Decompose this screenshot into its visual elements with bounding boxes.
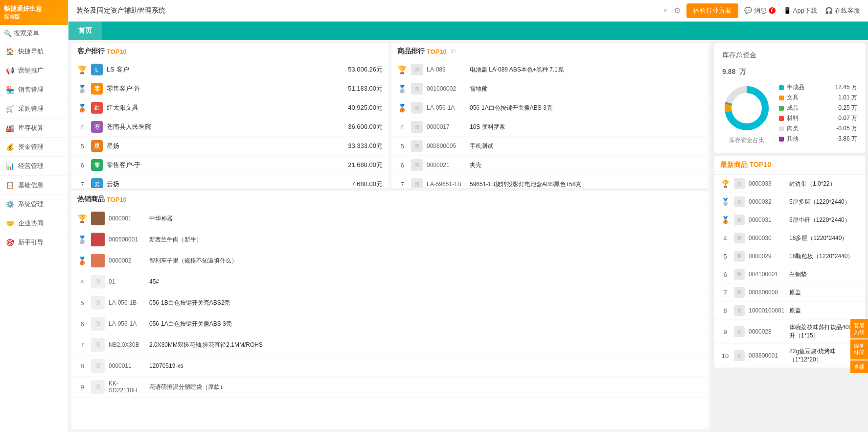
hot-name-9: 花语萌恒温分體睡袋（厚款）: [149, 383, 703, 391]
hot-row-2: 🥈 000500001 新西兰牛肉（新牛）: [71, 229, 708, 250]
prod-name-2: 雪地靴: [470, 85, 703, 93]
customer-name-7: 云扬: [107, 180, 347, 188]
customer-rank-row-3: 🥉 红 红太阳文具 40,925.00元: [71, 98, 388, 118]
customer-name-2: 零售客户-许: [107, 84, 344, 93]
hot-rank-5: 5: [77, 299, 87, 307]
prod-name-6: 夹壳: [470, 161, 703, 169]
experience-btn[interactable]: 体验行业方案: [686, 3, 738, 18]
legend-item-0: 半成品 12.45 万: [779, 83, 857, 92]
tab-home[interactable]: 首页: [69, 22, 102, 40]
np-name-4: 18多层（1220*2440）: [789, 234, 859, 242]
sidebar-item-guide[interactable]: 🎯 新手引导: [0, 233, 68, 252]
customer-top10-badge: TOP10: [107, 48, 127, 55]
prod-name-4: 10S 变料罗浆: [470, 123, 703, 131]
float-service: 客服热线 服务社区 直播: [850, 319, 868, 373]
messages-action[interactable]: 💬 消息 6: [744, 6, 776, 15]
customer-amount-2: 51,183.00元: [348, 84, 383, 93]
prod-rank-7: 7: [397, 181, 407, 188]
hot-row-8: 8 图 0000011 12070519-xs: [71, 356, 708, 377]
dropdown-arrow-icon[interactable]: ▼: [662, 7, 668, 14]
float-btn-live[interactable]: 直播: [850, 360, 868, 373]
sidebar-item-quick-nav[interactable]: 🏠 快捷导航: [0, 42, 68, 61]
legend-value-2: 0.25 万: [838, 104, 857, 112]
customer-ranking-panel: 客户排行 TOP10 🏆 L LS 客户 53,006.26元 🥈 零 零售客户…: [71, 43, 388, 188]
customer-avatar-5: 星: [91, 140, 103, 152]
customer-amount-1: 53,006.26元: [348, 65, 383, 74]
hot-img-8: 图: [91, 359, 105, 373]
topbar: 装备及固定资产辅助管理系统 ▼ ⚙ 体验行业方案 💬 消息 6 📱 App下载 …: [69, 0, 868, 22]
customer-rank-row-5: 5 星 星扬 33,333.00元: [71, 137, 388, 156]
hot-row-4: 4 图 01 45#: [71, 271, 708, 292]
product-row-2: 🥈 图 001000002 雪地靴: [391, 79, 708, 98]
sidebar-item-operations[interactable]: 📊 经营管理: [0, 157, 68, 176]
sidebar-item-label: 资金管理: [18, 143, 44, 151]
customer-name-4: 苍南县人民医院: [107, 122, 344, 131]
hot-img-2: [91, 233, 105, 246]
donut-chart-svg: [722, 84, 771, 133]
np-code-7: 000800008: [749, 289, 785, 296]
sidebar-item-marketing[interactable]: 📢 营销推广: [0, 61, 68, 80]
sidebar-item-inventory[interactable]: 🏭 库存核算: [0, 119, 68, 138]
nav-tabs: 首页: [69, 22, 868, 40]
inventory-unit: 万: [739, 68, 746, 75]
guide-icon: 🎯: [6, 239, 14, 246]
headset-icon: 🎧: [825, 7, 833, 14]
legend-item-1: 文具 1.01 万: [779, 94, 857, 102]
float-btn-community[interactable]: 服务社区: [850, 339, 868, 360]
np-row-6: 6 图 004100001 白钢垫: [714, 265, 865, 284]
message-icon: 💬: [744, 7, 752, 14]
hot-trophy-2: 🥈: [77, 235, 87, 244]
np-name-1: 封边带（1.0*22）: [789, 180, 859, 188]
sidebar-item-sales[interactable]: 🏪 销售管理: [0, 80, 68, 99]
np-name-6: 白钢垫: [789, 270, 859, 279]
sidebar-item-cooperation[interactable]: 🤝 企业协同: [0, 214, 68, 233]
sidebar-item-purchase[interactable]: 🛒 采购管理: [0, 99, 68, 119]
product-top10-badge: TOP10: [427, 48, 447, 55]
np-name-10: 22g鱼豆腐·烧烤味（1*12*20）: [789, 347, 859, 364]
hot-rank-6: 6: [77, 320, 87, 328]
legend-dot-0: [779, 85, 784, 90]
messages-label: 消息: [754, 6, 767, 15]
sidebar-item-basics[interactable]: 📋 基础信息: [0, 176, 68, 195]
legend-name-3: 材料: [787, 114, 835, 122]
np-row-4: 4 图 0000030 18多层（1220*2440）: [714, 229, 865, 247]
online-service-action[interactable]: 🎧 在线客服: [825, 6, 860, 15]
np-code-1: 0000033: [749, 180, 785, 187]
app-download-action[interactable]: 📱 App下载: [783, 6, 817, 15]
product-row-3: 🥉 图 LA-056-1A 056-1A白色按键开关盖ABS 3克: [391, 98, 708, 118]
inventory-title: 库存总资金: [722, 51, 857, 60]
product-tab-indicator: 2↑: [451, 48, 457, 55]
sidebar-item-label: 采购管理: [18, 104, 44, 113]
rank-num-4: 4: [77, 123, 87, 131]
sidebar-item-system[interactable]: ⚙️ 系统管理: [0, 195, 68, 214]
prod-img-2: 图: [411, 83, 423, 95]
legend-name-1: 文具: [787, 94, 835, 102]
float-btn-service[interactable]: 客服热线: [850, 319, 868, 339]
hot-row-1: 🏆 0000001 中华神器: [71, 208, 708, 229]
inventory-panel: 库存总资金 9.88 万: [714, 43, 865, 153]
legend-dot-4: [779, 126, 784, 131]
hot-code-8: 0000011: [109, 362, 145, 369]
hot-name-3: 智利车子里（规格不知道填什么）: [149, 257, 703, 265]
sidebar-item-finance[interactable]: 💰 资金管理: [0, 138, 68, 157]
hot-row-5: 5 图 LA-056-1B 056-1B白色按键开关壳ABS2壳: [71, 292, 708, 313]
np-row-10: 10 图 003800001 22g鱼豆腐·烧烤味（1*12*20）: [714, 344, 865, 368]
np-img-7: 图: [734, 287, 745, 298]
customer-ranking-header: 客户排行 TOP10: [71, 43, 388, 60]
top-panels: 客户排行 TOP10 🏆 L LS 客户 53,006.26元 🥈 零 零售客户…: [69, 40, 711, 190]
customer-amount-6: 21,680.00元: [348, 161, 383, 169]
hot-code-3: 0000002: [109, 257, 145, 264]
gear-icon[interactable]: ⚙: [674, 6, 681, 15]
prod-img-1: 图: [411, 64, 423, 75]
inventory-amount-value: 9.88: [722, 68, 735, 75]
search-menu-label: 搜索菜单: [14, 29, 39, 38]
main-content: 装备及固定资产辅助管理系统 ▼ ⚙ 体验行业方案 💬 消息 6 📱 App下载 …: [69, 0, 868, 432]
prod-trophy-1: 🏆: [397, 65, 407, 74]
search-menu[interactable]: 🔍 搜索菜单: [0, 25, 68, 42]
sidebar-item-label: 新手引导: [18, 238, 44, 247]
sales-icon: 🏪: [6, 86, 14, 94]
logo-line2: 标准版: [4, 13, 42, 20]
sidebar-item-label: 企业协同: [18, 219, 44, 228]
prod-code-5: 000800005: [427, 143, 466, 149]
hot-name-1: 中华神器: [149, 215, 703, 223]
